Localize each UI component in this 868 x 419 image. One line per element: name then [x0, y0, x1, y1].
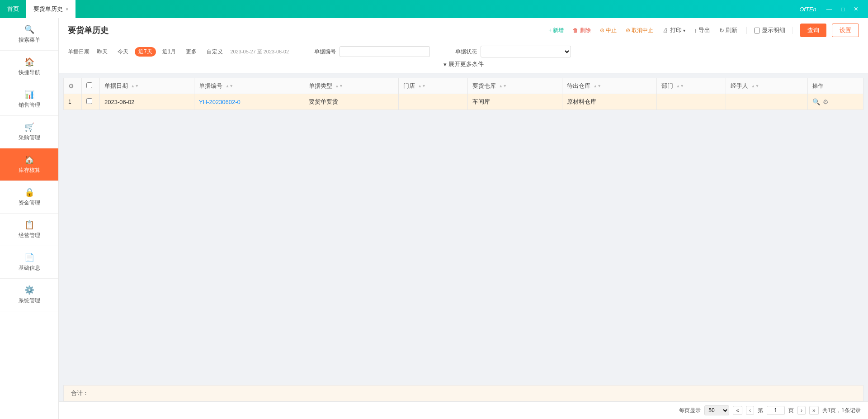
doc-status-filter-col: 单据状态 [455, 46, 571, 57]
next-page-button[interactable]: › [797, 406, 806, 415]
expand-label: 展开更多条件 [448, 60, 484, 68]
minimize-icon[interactable]: — [824, 5, 835, 14]
date-tag-yesterday[interactable]: 昨天 [93, 47, 111, 57]
print-dropdown-icon[interactable]: ▾ [683, 28, 685, 33]
print-button[interactable]: 🖨 🖨 打印 打印 ▾ [661, 25, 687, 36]
th-doc-number-label: 单据编号 [199, 82, 222, 89]
sidebar-label-inventory: 库存核算 [19, 167, 40, 174]
th-doc-number[interactable]: 单据编号 ▲▼ [194, 78, 304, 94]
th-pending-warehouse[interactable]: 待出仓库 ▲▼ [562, 78, 657, 94]
th-department-label: 部门 [661, 82, 673, 89]
cell-req-warehouse: 车间库 [467, 94, 562, 110]
add-button[interactable]: + 新增 [547, 25, 566, 36]
th-handler[interactable]: 经手人 ▲▼ [726, 78, 808, 94]
cell-checkbox [82, 94, 100, 110]
th-settings[interactable]: ⚙ [64, 78, 82, 94]
th-doc-date[interactable]: 单据日期 ▲▼ [100, 78, 194, 94]
display-detail-toggle[interactable]: 显示明细 [754, 26, 785, 34]
tab-requisition-history[interactable]: 要货单历史 × [26, 0, 75, 18]
action-view-icon[interactable]: 🔍 [812, 98, 820, 105]
page-title: 要货单历史 [68, 25, 108, 36]
doc-status-select[interactable] [481, 46, 571, 57]
delete-button[interactable]: 🗑 删除 [571, 25, 592, 36]
main-content: 要货单历史 + 新增 🗑 删除 ⊘ 中止 ⊘ 取消中止 🖨 🖨 打印 打印 ▾ … [59, 18, 868, 419]
page-input[interactable] [767, 406, 785, 415]
sidebar-item-search-menu[interactable]: 🔍 搜索菜单 [0, 18, 58, 51]
sidebar-item-sales-mgmt[interactable]: 📊 销售管理 [0, 83, 58, 116]
query-button[interactable]: 查询 [800, 24, 826, 37]
req-warehouse-value: 车间库 [472, 98, 490, 105]
cell-doc-date: 2023-06-02 [100, 94, 194, 110]
doc-number-filter-col: 单据编号 [314, 46, 430, 57]
date-tag-7days[interactable]: 近7天 [135, 47, 156, 57]
sidebar-item-purchase-mgmt[interactable]: 🛒 采购管理 [0, 116, 58, 148]
row-checkbox[interactable] [86, 98, 92, 104]
brand-label: OfTEn [799, 6, 816, 13]
sort-icon-pending-warehouse: ▲▼ [593, 84, 601, 88]
th-store[interactable]: 门店 ▲▼ [398, 78, 467, 94]
sidebar-label-system-mgmt: 系统管理 [19, 297, 40, 305]
th-doc-date-label: 单据日期 [104, 82, 128, 89]
doc-number-input[interactable] [340, 46, 430, 57]
date-tag-more[interactable]: 更多 [182, 47, 200, 57]
stop-button[interactable]: ⊘ 中止 [598, 25, 618, 36]
cell-doc-number: YH-20230602-0 [194, 94, 304, 110]
sort-icon-store: ▲▼ [418, 84, 426, 88]
sidebar-item-finance-mgmt[interactable]: 🔒 资金管理 [0, 181, 58, 214]
settings-button[interactable]: 设置 [832, 24, 859, 37]
sidebar-item-inventory[interactable]: 🏠 库存核算 [0, 148, 58, 181]
basic-info-icon: 📄 [24, 252, 34, 262]
date-tag-custom[interactable]: 自定义 [203, 47, 226, 57]
quick-nav-icon: 🏠 [24, 57, 34, 67]
toolbar-divider [746, 27, 747, 34]
th-doc-type[interactable]: 单据类型 ▲▼ [304, 78, 398, 94]
sidebar-item-basic-info[interactable]: 📄 基础信息 [0, 246, 58, 279]
refresh-icon: ↻ [719, 27, 724, 34]
tab-requisition-label: 要货单历史 [33, 5, 63, 13]
action-more-icon[interactable]: ⚙ [823, 98, 829, 105]
table-area: ⚙ 单据日期 ▲▼ 单据编号 ▲▼ [59, 73, 868, 385]
sidebar-label-finance-mgmt: 资金管理 [19, 199, 40, 207]
date-tag-1month[interactable]: 近1月 [159, 47, 180, 57]
sidebar-item-quick-nav[interactable]: 🏠 快捷导航 [0, 51, 58, 83]
system-mgmt-icon: ⚙️ [24, 285, 34, 295]
date-tag-today[interactable]: 今天 [114, 47, 132, 57]
close-window-icon[interactable]: × [851, 4, 861, 14]
cell-handler [726, 94, 808, 110]
doc-number-label: 单据编号 [314, 48, 336, 56]
display-detail-checkbox[interactable] [754, 28, 760, 33]
last-page-button[interactable]: » [809, 406, 819, 415]
total-info: 共1页，1条记录 [822, 407, 861, 414]
page-header: 要货单历史 + 新增 🗑 删除 ⊘ 中止 ⊘ 取消中止 🖨 🖨 打印 打印 ▾ … [59, 18, 868, 41]
sort-icon-handler: ▲▼ [751, 84, 760, 88]
doc-status-label: 单据状态 [455, 48, 477, 56]
table-row: 1 2023-06-02 YH-20230602-0 要货单要货 [64, 94, 863, 110]
expand-icon: ▾ [443, 61, 447, 68]
sidebar-item-operations-mgmt[interactable]: 📋 经营管理 [0, 214, 58, 246]
tab-home[interactable]: 首页 [0, 0, 26, 18]
th-department[interactable]: 部门 ▲▼ [657, 78, 726, 94]
expand-filter-btn[interactable]: ▾ 展开更多条件 [68, 60, 859, 68]
export-button[interactable]: ↑ 导出 [693, 25, 712, 36]
table-settings-icon[interactable]: ⚙ [68, 82, 74, 90]
cancel-stop-button[interactable]: ⊘ 取消中止 [624, 25, 655, 36]
sidebar-label-sales-mgmt: 销售管理 [19, 101, 40, 109]
select-all-checkbox[interactable] [86, 82, 92, 88]
pending-warehouse-value: 原材料仓库 [567, 98, 596, 105]
th-handler-label: 经手人 [731, 82, 748, 89]
inventory-icon: 🏠 [24, 155, 34, 165]
refresh-button[interactable]: ↻ 刷新 [717, 25, 739, 36]
tab-close-icon[interactable]: × [66, 6, 68, 12]
per-page-select[interactable]: 10 20 50 100 [704, 405, 729, 415]
data-table: ⚙ 单据日期 ▲▼ 单据编号 ▲▼ [63, 78, 863, 110]
sidebar-item-system-mgmt[interactable]: ⚙️ 系统管理 [0, 279, 58, 311]
print-icon: 🖨 [663, 27, 669, 34]
doc-number-link[interactable]: YH-20230602-0 [199, 99, 241, 105]
th-req-warehouse[interactable]: 要货仓库 ▲▼ [467, 78, 562, 94]
cell-department [657, 94, 726, 110]
first-page-button[interactable]: « [733, 406, 742, 415]
prev-page-button[interactable]: ‹ [746, 406, 754, 415]
maximize-icon[interactable]: □ [839, 5, 848, 14]
top-bar: 首页 要货单历史 × OfTEn — □ × [0, 0, 868, 18]
doc-date-value: 2023-06-02 [104, 99, 135, 105]
